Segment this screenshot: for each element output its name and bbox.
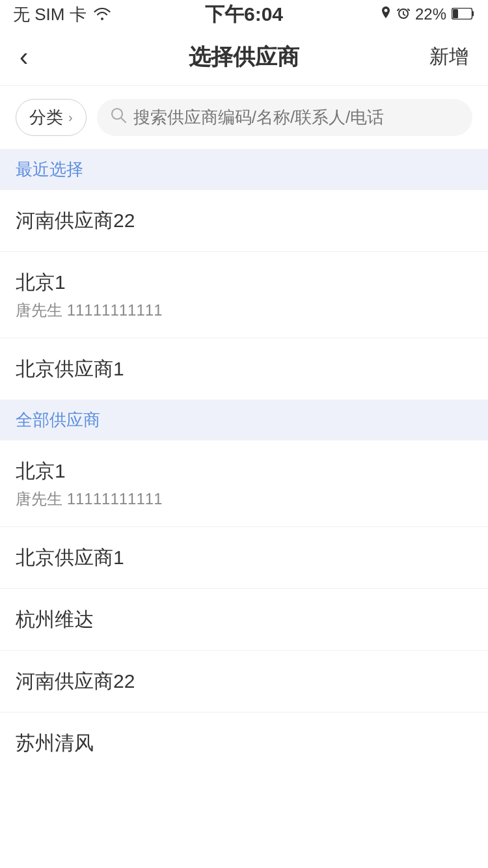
all-list-item[interactable]: 杭州维达 [0, 589, 488, 651]
search-icon [110, 107, 127, 128]
recent-section-header: 最近选择 [0, 149, 488, 190]
all-list: 北京1唐先生 11111111111北京供应商1杭州维达河南供应商22苏州清风 [0, 441, 488, 774]
back-button[interactable]: ‹ [20, 42, 28, 72]
all-list-item[interactable]: 北京供应商1 [0, 527, 488, 589]
status-left: 无 SIM 卡 [13, 3, 111, 26]
category-arrow-icon: › [68, 110, 73, 125]
recent-list-item[interactable]: 北京1唐先生 11111111111 [0, 252, 488, 338]
item-name: 北京1 [16, 269, 472, 296]
page-title: 选择供应商 [189, 42, 299, 72]
item-sub: 唐先生 11111111111 [16, 489, 472, 509]
item-name: 河南供应商22 [16, 207, 472, 234]
carrier-label: 无 SIM 卡 [13, 3, 87, 26]
alarm-icon [397, 5, 410, 23]
all-section-label: 全部供应商 [16, 410, 100, 429]
item-name: 北京1 [16, 457, 472, 485]
battery-icon [452, 5, 475, 23]
search-input[interactable] [133, 107, 459, 128]
status-right: 22% [380, 5, 475, 23]
status-time: 下午6:04 [205, 1, 283, 28]
item-name: 河南供应商22 [16, 668, 472, 695]
category-filter-button[interactable]: 分类 › [16, 99, 87, 136]
recent-list-item[interactable]: 河南供应商22 [0, 190, 488, 252]
svg-rect-2 [453, 9, 458, 18]
category-label: 分类 [29, 106, 63, 129]
battery-label: 22% [415, 5, 446, 23]
all-list-item[interactable]: 苏州清风 [0, 712, 488, 774]
item-name: 杭州维达 [16, 606, 472, 633]
location-icon [380, 5, 392, 23]
search-box [97, 99, 472, 136]
all-section-header: 全部供应商 [0, 400, 488, 441]
all-list-item[interactable]: 河南供应商22 [0, 651, 488, 712]
recent-list: 河南供应商22北京1唐先生 11111111111北京供应商1 [0, 190, 488, 400]
recent-list-item[interactable]: 北京供应商1 [0, 338, 488, 400]
recent-section-label: 最近选择 [16, 159, 83, 179]
wifi-icon [93, 5, 111, 25]
svg-point-3 [112, 109, 122, 119]
item-name: 苏州清风 [16, 729, 472, 757]
nav-bar: ‹ 选择供应商 新增 [0, 29, 488, 86]
item-name: 北京供应商1 [16, 544, 472, 571]
new-action-button[interactable]: 新增 [429, 44, 468, 70]
status-bar: 无 SIM 卡 下午6:04 22% [0, 0, 488, 29]
item-sub: 唐先生 11111111111 [16, 300, 472, 321]
item-name: 北京供应商1 [16, 355, 472, 383]
all-list-item[interactable]: 北京1唐先生 11111111111 [0, 441, 488, 527]
search-row: 分类 › [0, 86, 488, 149]
